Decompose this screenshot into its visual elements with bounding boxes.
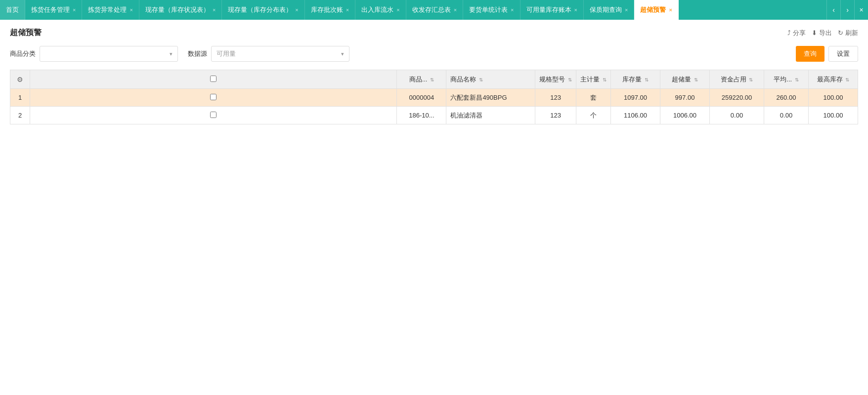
- nav-item-overstock[interactable]: 超储预警 ×: [634, 0, 678, 20]
- row-spec: 123: [535, 89, 576, 107]
- row-checkbox[interactable]: [210, 112, 217, 118]
- nav-next-button[interactable]: ›: [840, 0, 854, 20]
- datasource-select-text: 可用量: [217, 49, 236, 58]
- nav-item-batch[interactable]: 库存批次账 ×: [305, 0, 355, 20]
- sort-icon: ⇅: [479, 77, 483, 82]
- nav-item-exception[interactable]: 拣货异常处理 ×: [82, 0, 139, 20]
- datasource-label: 数据源: [188, 49, 207, 58]
- row-index: 1: [10, 89, 30, 107]
- row-fund: 259220.00: [710, 89, 764, 107]
- settings-button[interactable]: 设置: [828, 46, 858, 62]
- row-stock: 1097.00: [611, 89, 660, 107]
- sort-icon: ⇅: [795, 77, 799, 82]
- row-fund: 0.00: [710, 107, 764, 124]
- row-maxstock: 100.00: [809, 107, 858, 124]
- row-name: 机油滤清器: [446, 107, 535, 124]
- gear-icon[interactable]: ⚙: [17, 76, 23, 83]
- nav-item-summary[interactable]: 收发存汇总表 ×: [406, 0, 463, 20]
- sort-icon: ⇅: [749, 77, 753, 82]
- sort-icon: ⇅: [645, 77, 649, 82]
- nav-item-task-mgmt[interactable]: 拣货任务管理 ×: [25, 0, 82, 20]
- close-icon[interactable]: ×: [574, 7, 577, 13]
- page-title: 超储预警: [10, 28, 42, 38]
- col-header-stock[interactable]: 库存量 ⇅: [611, 70, 660, 89]
- close-icon[interactable]: ×: [454, 7, 457, 13]
- category-dropdown-icon: ▾: [170, 51, 173, 57]
- datasource-dropdown-icon: ▾: [341, 51, 344, 57]
- top-nav: 首页 拣货任务管理 × 拣货异常处理 × 现存量（库存状况表） × 现存量（库存…: [0, 0, 868, 20]
- nav-close-button[interactable]: ×: [854, 0, 868, 20]
- col-header-avg[interactable]: 平均... ⇅: [764, 70, 809, 89]
- nav-item-stock-status[interactable]: 现存量（库存状况表） ×: [139, 0, 222, 20]
- col-header-maxstock[interactable]: 最高库存 ⇅: [809, 70, 858, 89]
- close-icon[interactable]: ×: [213, 7, 216, 13]
- sort-icon: ⇅: [603, 77, 607, 82]
- datasource-select[interactable]: 可用量 ▾: [211, 46, 349, 62]
- nav-item-home[interactable]: 首页: [0, 0, 25, 20]
- refresh-button[interactable]: ↻ 刷新: [838, 29, 858, 38]
- close-icon[interactable]: ×: [346, 7, 349, 13]
- close-icon[interactable]: ×: [130, 7, 132, 13]
- col-header-spec[interactable]: 规格型号 ⇅: [535, 70, 576, 89]
- nav-item-requisition[interactable]: 要货单统计表 ×: [463, 0, 520, 20]
- sort-icon: ⇅: [430, 77, 434, 82]
- col-header-code[interactable]: 商品... ⇅: [397, 70, 446, 89]
- row-over: 1006.00: [660, 107, 710, 124]
- col-header-name[interactable]: 商品名称 ⇅: [446, 70, 535, 89]
- nav-item-stock-dist[interactable]: 现存量（库存分布表） ×: [222, 0, 304, 20]
- row-stock: 1106.00: [611, 107, 660, 124]
- data-table: ⚙ 商品... ⇅ 商品名称 ⇅ 规格型号 ⇅ 主计量: [10, 70, 858, 124]
- col-header-unit[interactable]: 主计量 ⇅: [576, 70, 611, 89]
- col-header-checkbox: [30, 70, 397, 89]
- export-button[interactable]: ⬇ 导出: [812, 29, 832, 38]
- share-button[interactable]: ⤴ 分享: [787, 29, 806, 38]
- row-spec: 123: [535, 107, 576, 124]
- close-icon[interactable]: ×: [669, 7, 672, 13]
- category-filter-group: 商品分类 ▾: [10, 46, 178, 62]
- row-avg: 0.00: [764, 107, 809, 124]
- row-name: 六配套新昌490BPG: [446, 89, 535, 107]
- table-row: 2 186-10... 机油滤清器 123 个 1106.00 1006.00 …: [10, 107, 858, 124]
- close-icon[interactable]: ×: [73, 7, 76, 13]
- table-header-row: ⚙ 商品... ⇅ 商品名称 ⇅ 规格型号 ⇅ 主计量: [10, 70, 858, 89]
- col-header-gear: ⚙: [10, 70, 30, 89]
- close-icon[interactable]: ×: [396, 7, 399, 13]
- nav-item-expiry[interactable]: 保质期查询 ×: [584, 0, 634, 20]
- header-actions: ⤴ 分享 ⬇ 导出 ↻ 刷新: [787, 29, 858, 38]
- nav-item-flow[interactable]: 出入库流水 ×: [355, 0, 406, 20]
- sort-icon: ⇅: [694, 77, 698, 82]
- nav-prev-button[interactable]: ‹: [826, 0, 840, 20]
- close-icon[interactable]: ×: [511, 7, 514, 13]
- row-code: 0000004: [397, 89, 446, 107]
- row-over: 997.00: [660, 89, 710, 107]
- query-button[interactable]: 查询: [796, 46, 825, 62]
- filter-row: 商品分类 ▾ 数据源 可用量 ▾ 查询 设置: [10, 46, 858, 62]
- category-select[interactable]: ▾: [40, 46, 178, 62]
- refresh-icon: ↻: [838, 29, 843, 37]
- sort-icon: ⇅: [845, 77, 849, 82]
- filter-actions: 查询 设置: [796, 46, 858, 62]
- row-checkbox-cell: [30, 89, 397, 107]
- sort-icon: ⇅: [568, 77, 572, 82]
- nav-item-available[interactable]: 可用量库存账本 ×: [521, 0, 584, 20]
- row-avg: 260.00: [764, 89, 809, 107]
- page-content: 超储预警 ⤴ 分享 ⬇ 导出 ↻ 刷新 商品分类 ▾ 数据源: [0, 20, 868, 395]
- row-checkbox-cell: [30, 107, 397, 124]
- datasource-filter-group: 数据源 可用量 ▾: [188, 46, 349, 62]
- close-icon[interactable]: ×: [625, 7, 628, 13]
- row-checkbox[interactable]: [210, 94, 217, 100]
- row-unit: 个: [576, 107, 611, 124]
- col-header-over[interactable]: 超储量 ⇅: [660, 70, 710, 89]
- share-icon: ⤴: [787, 29, 791, 37]
- page-header: 超储预警 ⤴ 分享 ⬇ 导出 ↻ 刷新: [10, 28, 858, 38]
- row-index: 2: [10, 107, 30, 124]
- category-label: 商品分类: [10, 49, 36, 58]
- row-unit: 套: [576, 89, 611, 107]
- nav-arrows: ‹ › ×: [826, 0, 868, 20]
- export-icon: ⬇: [812, 29, 817, 37]
- row-code: 186-10...: [397, 107, 446, 124]
- close-icon[interactable]: ×: [295, 7, 298, 13]
- table-row: 1 0000004 六配套新昌490BPG 123 套 1097.00 997.…: [10, 89, 858, 107]
- select-all-checkbox[interactable]: [210, 76, 217, 82]
- col-header-fund[interactable]: 资金占用 ⇅: [710, 70, 764, 89]
